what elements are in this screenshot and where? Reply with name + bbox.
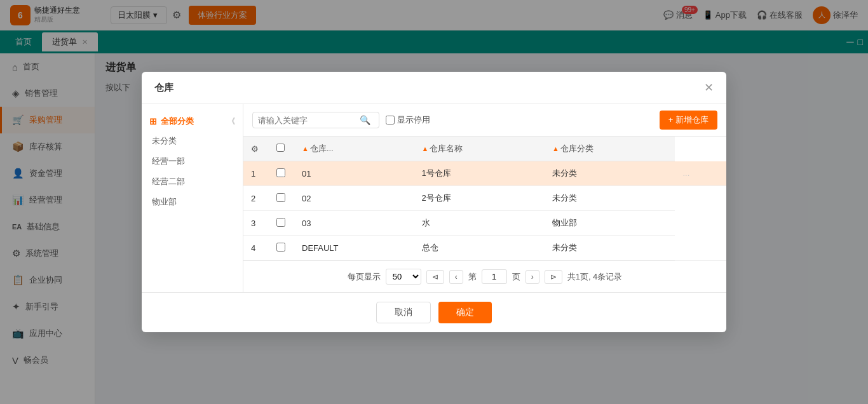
row-name: 水 [414, 211, 545, 236]
table-row[interactable]: 2 02 2号仓库 未分类 [243, 186, 726, 211]
row-index: 3 [243, 211, 269, 236]
right-panel: 🔍 显示停用 + 新增仓库 ⚙ [243, 104, 726, 292]
row-index: 2 [243, 186, 269, 211]
search-icon[interactable]: 🔍 [360, 115, 370, 125]
row-name: 1号仓库 [414, 161, 545, 186]
row-checkbox[interactable] [269, 161, 294, 186]
table-wrap: ⚙ ▲仓库... ▲仓库名称 [243, 137, 726, 260]
warehouse-table: ⚙ ▲仓库... ▲仓库名称 [243, 137, 726, 260]
confirm-button[interactable]: 确定 [438, 302, 492, 323]
search-input-wrap: 🔍 [252, 112, 379, 128]
row-index: 4 [243, 236, 269, 260]
row-name: 2号仓库 [414, 186, 545, 211]
row-name: 总仓 [414, 236, 545, 260]
row-more[interactable]: ... [675, 161, 726, 186]
show-disabled-wrap: 显示停用 [386, 114, 430, 126]
th-settings: ⚙ [243, 137, 269, 161]
add-warehouse-button[interactable]: + 新增仓库 [660, 111, 717, 130]
settings-icon: ⚙ [251, 144, 259, 154]
row-category: 未分类 [545, 186, 675, 211]
collapse-icon[interactable]: 《 [227, 116, 235, 127]
select-all-checkbox[interactable] [276, 144, 285, 152]
search-input[interactable] [258, 116, 360, 125]
category-item-property[interactable]: 物业部 [142, 192, 243, 212]
page-suffix: 页 [512, 271, 520, 283]
show-disabled-label: 显示停用 [397, 114, 430, 126]
sort-icon-name: ▲ [422, 145, 429, 152]
per-page-label: 每页显示 [348, 271, 381, 283]
th-code: ▲仓库... [294, 137, 414, 161]
row-checkbox[interactable] [269, 211, 294, 236]
sort-icon-category: ▲ [552, 145, 559, 152]
row-index: 1 [243, 161, 269, 186]
row-code: 03 [294, 211, 414, 236]
row-code: 02 [294, 186, 414, 211]
modal-footer: 取消 确定 [142, 292, 726, 332]
table-header-row: ⚙ ▲仓库... ▲仓库名称 [243, 137, 726, 161]
cancel-button[interactable]: 取消 [376, 302, 431, 323]
page-label: 第 [468, 271, 477, 283]
sort-icon: ▲ [302, 145, 309, 152]
th-checkbox [269, 137, 294, 161]
category-all[interactable]: ⊞ 全部分类 《 [142, 112, 243, 131]
modal-title: 仓库 [154, 82, 173, 94]
row-code: DEFAULT [294, 236, 414, 260]
table-row[interactable]: 4 DEFAULT 总仓 未分类 [243, 236, 726, 260]
row-code: 01 [294, 161, 414, 186]
search-bar: 🔍 显示停用 + 新增仓库 [243, 104, 726, 137]
modal-close-button[interactable]: ✕ [704, 81, 714, 95]
category-item-ops1[interactable]: 经营一部 [142, 151, 243, 172]
show-disabled-checkbox[interactable] [386, 116, 395, 125]
next-page-button[interactable]: › [526, 270, 539, 284]
modal-header: 仓库 ✕ [142, 72, 726, 104]
prev-page-button[interactable]: ‹ [449, 270, 463, 284]
row-checkbox[interactable] [269, 186, 294, 211]
pagination: 每页显示 50 100 200 ⊲ ‹ 第 页 › ⊳ 共1页, 4条记录 [243, 260, 726, 292]
th-name: ▲仓库名称 [414, 137, 545, 161]
per-page-select[interactable]: 50 100 200 [386, 269, 421, 285]
row-category: 物业部 [545, 211, 675, 236]
first-page-button[interactable]: ⊲ [426, 270, 444, 284]
category-item-unclassified[interactable]: 未分类 [142, 131, 243, 151]
row-checkbox[interactable] [269, 236, 294, 260]
row-category: 未分类 [545, 161, 675, 186]
category-panel: ⊞ 全部分类 《 未分类 经营一部 经营二部 物业部 [142, 104, 243, 292]
total-label: 共1页, 4条记录 [567, 271, 623, 283]
modal-overlay: 仓库 ✕ ⊞ 全部分类 《 未分类 经营一部 经营二部 物业部 [0, 0, 868, 404]
warehouse-modal: 仓库 ✕ ⊞ 全部分类 《 未分类 经营一部 经营二部 物业部 [142, 72, 726, 332]
th-category: ▲仓库分类 [545, 137, 675, 161]
table-row[interactable]: 1 01 1号仓库 未分类 ... [243, 161, 726, 186]
page-number-input[interactable] [482, 269, 507, 284]
category-all-label: 全部分类 [161, 116, 194, 127]
last-page-button[interactable]: ⊳ [545, 270, 562, 284]
row-category: 未分类 [545, 236, 675, 260]
category-item-ops2[interactable]: 经营二部 [142, 172, 243, 192]
modal-body: ⊞ 全部分类 《 未分类 经营一部 经营二部 物业部 🔍 [142, 104, 726, 292]
grid-icon: ⊞ [149, 116, 157, 126]
table-row[interactable]: 3 03 水 物业部 [243, 211, 726, 236]
